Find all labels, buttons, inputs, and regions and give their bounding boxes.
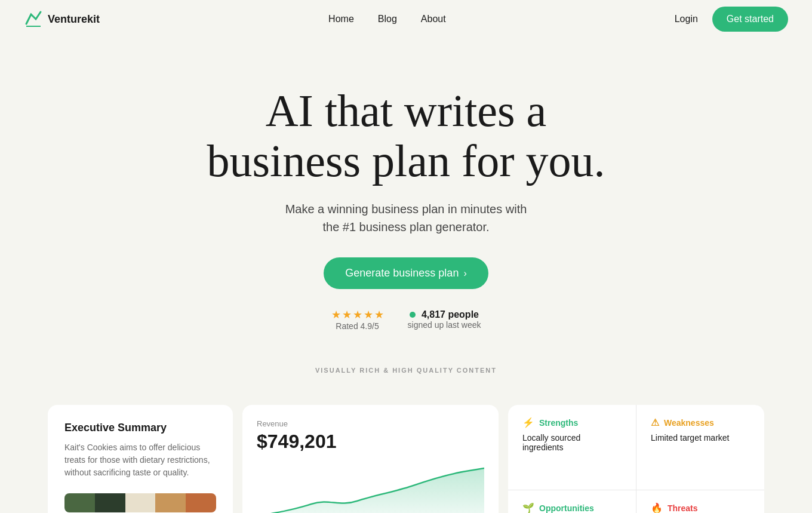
star-2: ★ xyxy=(342,308,352,321)
swot-weaknesses: ⚠ Weaknesses Limited target market xyxy=(636,405,764,490)
star-5: ★ xyxy=(374,308,384,321)
star-rating: ★ ★ ★ ★ ★ xyxy=(331,308,384,321)
generate-plan-label: Generate business plan xyxy=(345,267,459,279)
strengths-value: Locally sourced ingredients xyxy=(522,433,622,452)
color-swatch-2 xyxy=(95,493,125,512)
color-palette xyxy=(64,493,216,512)
hero-title: AI that writes a business plan for you. xyxy=(24,86,788,186)
exec-summary-title: Executive Summary xyxy=(64,422,216,434)
revenue-label: Revenue xyxy=(257,419,484,428)
color-swatch-5 xyxy=(186,493,216,512)
generate-plan-button[interactable]: Generate business plan › xyxy=(324,257,488,289)
swot-opportunities: 🌱 Opportunities Special events and cater… xyxy=(508,490,636,513)
swot-strengths-header: ⚡ Strengths xyxy=(522,417,622,428)
weaknesses-icon: ⚠ xyxy=(651,417,659,428)
navbar: Venturekit Home Blog About Login Get sta… xyxy=(0,0,812,38)
threats-icon: 🔥 xyxy=(651,502,663,513)
nav-links: Home Blog About xyxy=(328,14,446,24)
signup-block: 4,817 people signed up last week xyxy=(408,309,481,330)
social-proof: ★ ★ ★ ★ ★ Rated 4.9/5 4,817 people signe… xyxy=(24,308,788,331)
strengths-icon: ⚡ xyxy=(522,417,534,428)
rating-label: Rated 4.9/5 xyxy=(336,321,379,331)
nav-about[interactable]: About xyxy=(421,14,446,24)
weaknesses-label: Weaknesses xyxy=(664,418,714,428)
star-3: ★ xyxy=(353,308,362,321)
exec-summary-body: Kait's Cookies aims to offer delicious t… xyxy=(64,441,216,479)
swot-threats: 🔥 Threats Rising ingredient costs xyxy=(636,490,764,513)
opportunities-icon: 🌱 xyxy=(522,502,534,513)
logo[interactable]: Venturekit xyxy=(24,10,100,29)
section-label: VISUALLY RICH & HIGH QUALITY CONTENT xyxy=(0,367,812,374)
swot-strengths: ⚡ Strengths Locally sourced ingredients xyxy=(508,405,636,490)
hero-subtitle: Make a winning business plan in minutes … xyxy=(24,200,788,236)
logo-text: Venturekit xyxy=(48,13,100,26)
swot-weaknesses-header: ⚠ Weaknesses xyxy=(651,417,750,428)
revenue-amount: $749,201 xyxy=(257,431,484,453)
strengths-label: Strengths xyxy=(539,418,578,428)
hero-section: AI that writes a business plan for you. … xyxy=(0,38,812,367)
green-dot-icon xyxy=(410,312,416,318)
color-swatch-3 xyxy=(125,493,156,512)
rating-block: ★ ★ ★ ★ ★ Rated 4.9/5 xyxy=(331,308,384,331)
star-4: ★ xyxy=(364,308,373,321)
swot-threats-header: 🔥 Threats xyxy=(651,502,750,513)
swot-opportunities-header: 🌱 Opportunities xyxy=(522,502,622,513)
signup-label: signed up last week xyxy=(408,320,481,330)
threats-label: Threats xyxy=(668,503,698,513)
opportunities-label: Opportunities xyxy=(539,503,594,513)
nav-home[interactable]: Home xyxy=(328,14,354,24)
executive-summary-card: Executive Summary Kait's Cookies aims to… xyxy=(48,405,233,513)
login-button[interactable]: Login xyxy=(675,14,698,24)
nav-blog[interactable]: Blog xyxy=(378,14,397,24)
revenue-chart xyxy=(257,462,484,513)
swot-card: ⚡ Strengths Locally sourced ingredients … xyxy=(508,405,764,513)
color-swatch-1 xyxy=(64,493,95,512)
get-started-button[interactable]: Get started xyxy=(712,7,788,32)
weaknesses-value: Limited target market xyxy=(651,433,750,443)
nav-actions: Login Get started xyxy=(675,7,788,32)
cards-section: Executive Summary Kait's Cookies aims to… xyxy=(24,393,788,513)
color-swatch-4 xyxy=(155,493,186,512)
star-1: ★ xyxy=(331,308,341,321)
arrow-icon: › xyxy=(463,268,466,279)
signup-count: 4,817 people xyxy=(410,309,479,320)
revenue-card: Revenue $749,201 xyxy=(242,405,499,513)
